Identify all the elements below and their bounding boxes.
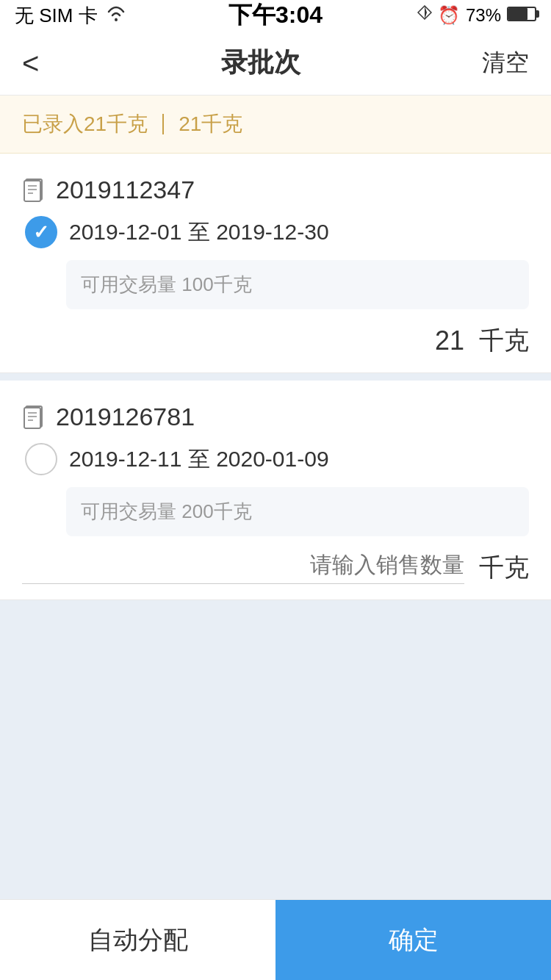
empty-area: [0, 600, 551, 938]
carrier-text: 无 SIM 卡: [15, 3, 98, 29]
info-value: 21千克: [179, 110, 242, 138]
status-time: 下午3:04: [228, 0, 323, 32]
svg-rect-7: [24, 408, 40, 428]
batch-separator: [0, 373, 551, 381]
batch-2-qty-text: 可用交易量 200千克: [81, 500, 252, 522]
auto-distribute-button[interactable]: 自动分配: [0, 900, 276, 980]
batch-item-1-header: 2019112347: [22, 176, 529, 204]
back-button[interactable]: <: [22, 48, 39, 78]
batch-2-qty-unit: 千克: [479, 551, 529, 585]
status-right: ⏰ 73%: [417, 5, 536, 26]
batch-2-qty-input[interactable]: [22, 552, 464, 577]
batch-1-doc-icon: [22, 177, 48, 203]
batch-item-1: 2019112347 2019-12-01 至 2019-12-30 可用交易量…: [0, 154, 551, 309]
batch-2-doc-icon: [22, 404, 48, 430]
batch-1-radio[interactable]: [25, 216, 57, 248]
batch-2-id: 2019126781: [56, 403, 195, 431]
batch-list: 2019112347 2019-12-01 至 2019-12-30 可用交易量…: [0, 154, 551, 600]
alarm-icon: ⏰: [438, 5, 460, 26]
batch-1-date: 2019-12-01 至 2019-12-30: [69, 217, 329, 248]
batch-2-date-row: 2019-12-11 至 2020-01-09: [22, 443, 529, 475]
batch-1-qty-text: 可用交易量 100千克: [81, 273, 252, 295]
info-label: 已录入21千克: [22, 110, 148, 138]
clear-button[interactable]: 清空: [482, 47, 529, 79]
batch-item-2-header: 2019126781: [22, 403, 529, 431]
batch-1-available-qty: 可用交易量 100千克: [66, 260, 529, 309]
batch-2-radio[interactable]: [25, 443, 57, 475]
batch-1-qty-unit: 千克: [479, 324, 529, 358]
status-bar: 无 SIM 卡 下午3:04 ⏰ 73%: [0, 0, 551, 31]
batch-1-qty-value: 21: [435, 325, 464, 356]
batch-1-id: 2019112347: [56, 176, 195, 204]
batch-1-date-row: 2019-12-01 至 2019-12-30: [22, 216, 529, 248]
gps-icon: [417, 5, 432, 26]
nav-bar: < 录批次 清空: [0, 31, 551, 96]
info-divider: [162, 114, 164, 134]
confirm-button[interactable]: 确定: [276, 900, 551, 980]
batch-1-qty-input-row: 21 千克: [0, 309, 551, 373]
batch-2-available-qty: 可用交易量 200千克: [66, 487, 529, 536]
batch-2-qty-input-row: 千克: [0, 536, 551, 600]
info-banner: 已录入21千克 21千克: [0, 96, 551, 154]
page-title: 录批次: [221, 45, 300, 81]
wifi-icon: [105, 4, 127, 27]
battery-percentage: 73%: [466, 5, 501, 26]
batch-item-2: 2019126781 2019-12-11 至 2020-01-09 可用交易量…: [0, 381, 551, 536]
status-left: 无 SIM 卡: [15, 3, 127, 29]
batch-2-date: 2019-12-11 至 2020-01-09: [69, 444, 329, 475]
svg-point-0: [115, 18, 118, 21]
bottom-bar: 自动分配 确定: [0, 899, 551, 980]
battery-icon: [507, 5, 536, 26]
svg-rect-2: [24, 181, 40, 201]
